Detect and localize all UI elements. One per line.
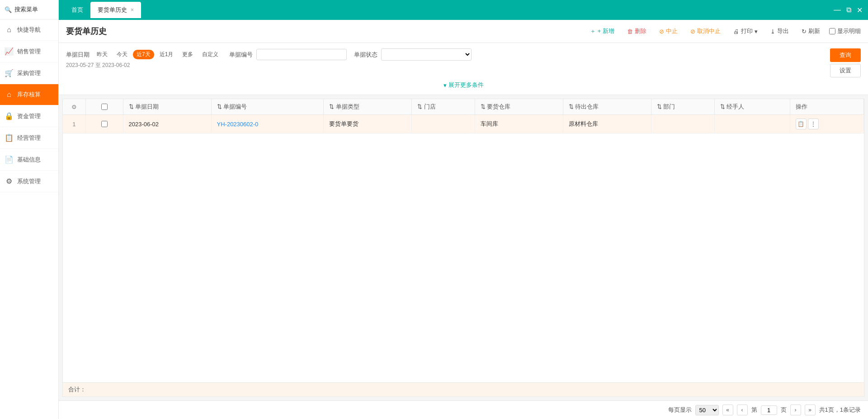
show-detail-checkbox[interactable] (829, 28, 835, 34)
date-btn-7days[interactable]: 近7天 (133, 50, 154, 59)
cancel-stop-button[interactable]: ⊘ 取消中止 (687, 25, 724, 37)
last-page-button[interactable]: » (805, 405, 816, 415)
store-cell (412, 115, 475, 133)
sidebar-search-label: 搜索菜单 (14, 5, 38, 14)
expand-icon: ▾ (443, 82, 447, 89)
date-btn-custom[interactable]: 自定义 (198, 50, 222, 59)
bill-no-filter: 单据编号 (229, 49, 347, 60)
page-size-select[interactable]: 50 20 100 200 (695, 405, 719, 415)
sort-icon: ⇅ (569, 103, 576, 110)
date-btn-today[interactable]: 今天 (113, 50, 131, 59)
pending-warehouse-cell: 原材料仓库 (563, 115, 651, 133)
tab-close-icon[interactable]: × (131, 7, 134, 13)
sidebar-item-sales[interactable]: 📈 销售管理 (0, 41, 58, 62)
search-icon: 🔍 (5, 6, 12, 13)
more-op-button[interactable]: ⋮ (808, 119, 819, 129)
tab-active[interactable]: 要货单历史 × (90, 2, 141, 18)
prev-page-button[interactable]: ‹ (737, 405, 748, 415)
show-detail-label: 显示明细 (837, 27, 861, 35)
export-button[interactable]: ⤓ 导出 (767, 25, 793, 37)
new-button[interactable]: ＋ + 新增 (586, 25, 618, 37)
col-bill-no: ⇅ 单据编号 (211, 99, 324, 115)
close-button[interactable]: ✕ (857, 6, 863, 14)
first-page-button[interactable]: « (722, 405, 733, 415)
sidebar-item-label: 资金管理 (17, 112, 41, 120)
header-actions: ＋ + 新增 🗑 删除 ⊘ 中止 ⊘ 取消中止 🖨 打印 (586, 25, 861, 37)
stop-button[interactable]: ⊘ 中止 (656, 25, 681, 37)
refresh-button[interactable]: ↻ 刷新 (798, 25, 824, 37)
sidebar-item-system[interactable]: ⚙ 系统管理 (0, 171, 58, 192)
sort-icon: ⇅ (217, 103, 224, 110)
sort-icon: ⇅ (329, 103, 336, 110)
restore-button[interactable]: ⧉ (846, 6, 851, 14)
sidebar-search[interactable]: 🔍 搜索菜单 (0, 0, 58, 19)
select-all-checkbox[interactable] (101, 104, 108, 110)
print-button[interactable]: 🖨 打印 ▾ (730, 25, 761, 37)
home-icon: ⌂ (5, 26, 14, 34)
expand-label: 展开更多条件 (448, 81, 484, 89)
topbar: 首页 要货单历史 × — ⧉ ✕ (59, 0, 868, 20)
date-filter-group: 单据日期 昨天 今天 近7天 近1月 更多 自定义 单据编号 (66, 48, 472, 69)
sidebar-item-basic[interactable]: 📄 基础信息 (0, 149, 58, 171)
bill-no-cell[interactable]: YH-20230602-0 (211, 115, 324, 133)
stop-label: 中止 (666, 27, 678, 35)
edit-op-button[interactable]: 📋 (796, 119, 807, 129)
footer-total-label: 合计： (68, 386, 86, 394)
sidebar-item-operation[interactable]: 📋 经营管理 (0, 127, 58, 149)
tab-home[interactable]: 首页 (64, 0, 90, 20)
sidebar-item-label: 系统管理 (17, 177, 41, 186)
col-store: ⇅ 门店 (412, 99, 475, 115)
cancel-stop-icon: ⊘ (690, 28, 695, 35)
system-icon: ⚙ (5, 177, 14, 186)
col-bill-type: ⇅ 单据类型 (324, 99, 412, 115)
total-info: 共1页，1条记录 (819, 406, 861, 414)
show-detail-checkbox-group: 显示明细 (829, 27, 861, 35)
pagination: 每页显示 50 20 100 200 « ‹ 第 页 › » 共1页，1条记录 (59, 400, 868, 419)
page-title: 要货单历史 (66, 26, 107, 37)
sort-icon: ⇅ (657, 103, 664, 110)
sidebar-item-shortcut[interactable]: ⌂ 快捷导航 (0, 19, 58, 41)
query-button[interactable]: 查询 (830, 48, 861, 62)
stop-icon: ⊘ (659, 28, 664, 35)
date-range-text: 2023-05-27 至 2023-06-02 (66, 62, 472, 69)
sidebar-item-purchase[interactable]: 🛒 采购管理 (0, 62, 58, 84)
bill-no-input[interactable] (256, 49, 347, 60)
sidebar-item-inventory[interactable]: ⌂ 库存核算 (0, 84, 58, 105)
settings-button[interactable]: 设置 (830, 64, 861, 77)
topbar-right: — ⧉ ✕ (834, 6, 863, 14)
date-btn-more[interactable]: 更多 (179, 50, 197, 59)
sidebar-item-finance[interactable]: 🔒 资金管理 (0, 105, 58, 127)
date-filter: 单据日期 昨天 今天 近7天 近1月 更多 自定义 (66, 50, 222, 59)
bill-status-filter: 单据状态 (354, 48, 472, 61)
delete-icon: 🗑 (627, 28, 633, 35)
inventory-icon: ⌂ (5, 90, 14, 99)
date-btn-1month[interactable]: 近1月 (156, 50, 177, 59)
sidebar-item-label: 库存核算 (17, 90, 41, 99)
refresh-label: 刷新 (808, 27, 820, 35)
sort-icon: ⇅ (129, 103, 136, 110)
table-row[interactable]: 1 2023-06-02 YH-20230602-0 要货单要货 车间库 原材料… (63, 115, 864, 133)
operation-icon: 📋 (5, 133, 14, 142)
col-pending-warehouse: ⇅ 待出仓库 (563, 99, 651, 115)
col-req-warehouse: ⇅ 要货仓库 (475, 99, 563, 115)
expand-more-button[interactable]: ▾ 展开更多条件 (66, 81, 861, 89)
row-checkbox[interactable] (101, 121, 108, 127)
bill-status-select[interactable] (381, 48, 472, 61)
basic-icon: 📄 (5, 155, 14, 164)
main-content: 首页 要货单历史 × — ⧉ ✕ 要货单历史 ＋ + 新增 🗑 删除 (59, 0, 868, 419)
delete-label: 删除 (635, 27, 646, 35)
export-label: 导出 (777, 27, 789, 35)
next-page-button[interactable]: › (790, 405, 801, 415)
page-label: 页 (781, 406, 787, 414)
minimize-button[interactable]: — (834, 6, 841, 14)
bill-status-label: 单据状态 (354, 51, 377, 59)
table-footer: 合计： (63, 382, 864, 396)
checkbox-col-header (85, 99, 123, 115)
date-btn-yesterday[interactable]: 昨天 (93, 50, 111, 59)
settings-col-header[interactable]: ⚙ (63, 99, 85, 115)
page-number-input[interactable] (761, 405, 777, 415)
table-scroll[interactable]: ⚙ ⇅ 单据日期 ⇅ 单据编号 ⇅ 单据类型 ⇅ 门店 ⇅ 要货仓库 ⇅ 待出仓… (63, 99, 864, 382)
req-warehouse-cell: 车间库 (475, 115, 563, 133)
bill-no-link[interactable]: YH-20230602-0 (217, 121, 259, 128)
delete-button[interactable]: 🗑 删除 (623, 25, 650, 37)
